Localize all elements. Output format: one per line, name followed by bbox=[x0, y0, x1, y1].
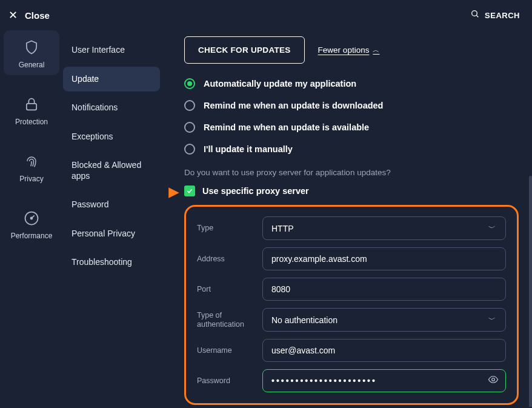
category-protection[interactable]: Protection bbox=[4, 87, 59, 132]
radio-icon bbox=[184, 78, 195, 89]
settings-sidebar: User Interface Update Notifications Exce… bbox=[59, 30, 164, 407]
svg-point-4 bbox=[30, 217, 32, 219]
sidebar-item-personal-privacy[interactable]: Personal Privacy bbox=[63, 221, 160, 247]
proxy-auth-select[interactable]: No authentication ﹀ bbox=[262, 308, 506, 332]
proxy-username-input[interactable] bbox=[262, 339, 506, 362]
radio-label: Remind me when an update is available bbox=[204, 122, 369, 132]
proxy-password-label: Password bbox=[197, 376, 262, 386]
radio-label: Automatically update my application bbox=[204, 79, 356, 89]
proxy-prompt-text: Do you want to use proxy server for appl… bbox=[184, 168, 519, 177]
radio-icon bbox=[184, 100, 195, 111]
category-label: Privacy bbox=[19, 175, 43, 183]
radio-remind-available[interactable]: Remind me when an update is available bbox=[184, 122, 519, 133]
sidebar-item-blocked-allowed-apps[interactable]: Blocked & Allowed apps bbox=[63, 153, 160, 189]
category-general[interactable]: General bbox=[4, 30, 59, 75]
sidebar-item-troubleshooting[interactable]: Troubleshooting bbox=[63, 250, 160, 275]
highlight-arrow-icon bbox=[167, 186, 181, 202]
svg-point-6 bbox=[492, 378, 495, 381]
close-label: Close bbox=[25, 10, 50, 21]
category-label: General bbox=[19, 61, 45, 69]
svg-point-0 bbox=[472, 11, 477, 16]
radio-auto-update[interactable]: Automatically update my application bbox=[184, 78, 519, 89]
sidebar-item-exceptions[interactable]: Exceptions bbox=[63, 124, 160, 150]
proxy-port-label: Port bbox=[197, 285, 262, 294]
use-proxy-checkbox[interactable] bbox=[184, 186, 195, 196]
proxy-type-select[interactable]: HTTP ﹀ bbox=[262, 216, 506, 240]
fewer-options-toggle[interactable]: Fewer options ︿ bbox=[318, 45, 380, 55]
sidebar-item-update[interactable]: Update bbox=[63, 67, 160, 92]
shield-icon bbox=[23, 39, 40, 56]
proxy-port-input[interactable] bbox=[262, 278, 506, 301]
radio-remind-downloaded[interactable]: Remind me when an update is downloaded bbox=[184, 100, 519, 111]
radio-icon bbox=[184, 144, 195, 155]
search-label: SEARCH bbox=[485, 11, 520, 20]
proxy-auth-value: No authentication bbox=[271, 315, 337, 325]
close-icon: ✕ bbox=[8, 8, 18, 22]
radio-icon bbox=[184, 122, 195, 133]
category-privacy[interactable]: Privacy bbox=[4, 144, 59, 189]
svg-marker-5 bbox=[168, 187, 179, 198]
check-for-updates-button[interactable]: CHECK FOR UPDATES bbox=[184, 36, 305, 64]
sidebar-item-password[interactable]: Password bbox=[63, 192, 160, 218]
close-button[interactable]: ✕ Close bbox=[8, 8, 50, 22]
proxy-auth-label: Type of authentication bbox=[197, 311, 262, 329]
search-icon bbox=[470, 9, 480, 21]
fingerprint-icon bbox=[23, 153, 40, 170]
proxy-password-input[interactable]: •••••••••••••••••••••• bbox=[262, 369, 506, 392]
gauge-icon bbox=[23, 210, 40, 227]
category-performance[interactable]: Performance bbox=[4, 201, 59, 246]
show-password-button[interactable] bbox=[488, 374, 499, 387]
sidebar-item-user-interface[interactable]: User Interface bbox=[63, 38, 160, 63]
proxy-type-label: Type bbox=[197, 224, 262, 233]
category-label: Performance bbox=[11, 232, 53, 240]
lock-icon bbox=[23, 96, 40, 113]
use-proxy-label: Use specific proxy server bbox=[202, 186, 309, 196]
search-button[interactable]: SEARCH bbox=[470, 9, 520, 21]
radio-manual-update[interactable]: I'll update it manually bbox=[184, 144, 519, 155]
proxy-address-label: Address bbox=[197, 255, 262, 264]
main-panel: CHECK FOR UPDATES Fewer options ︿ Automa… bbox=[164, 30, 532, 407]
proxy-username-label: Username bbox=[197, 346, 262, 355]
proxy-address-input[interactable] bbox=[262, 247, 506, 270]
radio-label: I'll update it manually bbox=[204, 144, 293, 154]
svg-rect-2 bbox=[27, 104, 36, 110]
proxy-type-value: HTTP bbox=[271, 224, 294, 233]
chevron-down-icon: ﹀ bbox=[488, 223, 497, 233]
svg-line-1 bbox=[476, 15, 478, 17]
proxy-password-value: •••••••••••••••••••••• bbox=[271, 376, 377, 386]
chevron-up-icon: ︿ bbox=[373, 45, 379, 55]
scrollbar[interactable] bbox=[529, 176, 532, 407]
update-mode-radio-group: Automatically update my application Remi… bbox=[184, 78, 519, 155]
sidebar-item-notifications[interactable]: Notifications bbox=[63, 95, 160, 121]
proxy-form-highlight: Type HTTP ﹀ Address Port bbox=[184, 205, 519, 405]
category-label: Protection bbox=[15, 118, 48, 126]
radio-label: Remind me when an update is downloaded bbox=[204, 101, 383, 110]
fewer-options-label: Fewer options bbox=[318, 45, 370, 55]
chevron-down-icon: ﹀ bbox=[488, 315, 497, 325]
category-sidebar: General Protection Privacy Performance bbox=[0, 30, 59, 407]
